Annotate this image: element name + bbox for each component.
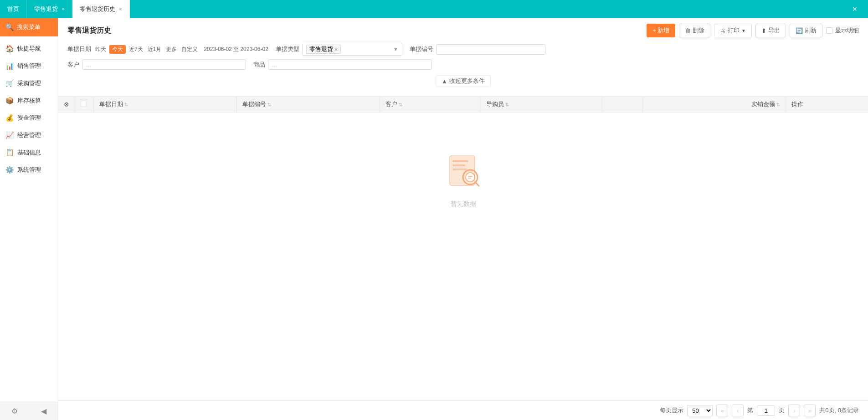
date-range-display: 2023-06-02 至 2023-06-02 bbox=[204, 46, 268, 53]
page-number-input[interactable]: 1 bbox=[757, 405, 775, 416]
top-bar: 首页 零售退货 × 零售退货历史 × × bbox=[0, 0, 868, 18]
print-dropdown-icon: ▼ bbox=[741, 28, 746, 33]
th-action: 操作 bbox=[786, 97, 868, 113]
tab-retail-return-close[interactable]: × bbox=[62, 6, 65, 12]
close-window-button[interactable]: × bbox=[848, 5, 861, 14]
sidebar-item-sales-label: 销售管理 bbox=[17, 62, 41, 70]
th-amount[interactable]: 实销金额 ⇅ bbox=[643, 97, 786, 113]
empty-text: 暂无数据 bbox=[451, 200, 476, 208]
sort-salesperson-icon: ⇅ bbox=[505, 102, 509, 107]
page-next-button[interactable]: › bbox=[788, 405, 800, 416]
page-first-button[interactable]: « bbox=[716, 405, 728, 416]
goods-input[interactable]: ... bbox=[268, 59, 432, 70]
sidebar-item-purchase[interactable]: 🛒 采购管理 bbox=[0, 75, 58, 92]
inventory-icon: 📦 bbox=[5, 97, 14, 105]
sidebar-item-system[interactable]: ⚙️ 系统管理 bbox=[0, 161, 58, 179]
sidebar-item-operations[interactable]: 📈 经营管理 bbox=[0, 127, 58, 144]
system-icon: ⚙️ bbox=[5, 166, 14, 174]
sort-customer-icon: ⇅ bbox=[399, 102, 402, 107]
settings-icon: ⚙ bbox=[64, 101, 69, 108]
svg-rect-3 bbox=[452, 169, 467, 170]
th-salesperson[interactable]: 导购员 ⇅ bbox=[480, 97, 602, 113]
collapse-filter-button[interactable]: ▲ 收起更多条件 bbox=[436, 75, 491, 87]
date-shortcuts: 昨天 今天 近7天 近1月 更多 自定义 bbox=[94, 45, 199, 54]
date-shortcut-more[interactable]: 更多 bbox=[164, 45, 178, 54]
collapse-sidebar-button[interactable]: ◀ bbox=[41, 407, 46, 415]
doc-type-select[interactable]: 零售退货 × ▼ bbox=[302, 43, 402, 56]
sidebar-search[interactable]: 🔍 搜索菜单 bbox=[0, 18, 58, 36]
page-prev-button[interactable]: ‹ bbox=[732, 405, 744, 416]
filter-doc-type-item: 单据类型 零售退货 × ▼ bbox=[276, 43, 402, 56]
filter-doc-number-item: 单据编号 bbox=[410, 44, 545, 55]
sidebar-footer: ⚙ ◀ bbox=[0, 402, 58, 420]
sidebar-item-quick-nav[interactable]: 🏠 快捷导航 bbox=[0, 40, 58, 57]
tab-retail-return-history[interactable]: 零售退货历史 × bbox=[72, 0, 130, 18]
doc-type-label: 单据类型 bbox=[276, 45, 299, 53]
select-all-checkbox[interactable] bbox=[81, 101, 87, 107]
sidebar-search-label: 搜索菜单 bbox=[17, 23, 41, 31]
page-label: 第 bbox=[747, 406, 753, 415]
sidebar-item-basic-info[interactable]: 📋 基础信息 bbox=[0, 144, 58, 161]
sidebar-item-sales[interactable]: 📊 销售管理 bbox=[0, 57, 58, 75]
svg-line-6 bbox=[475, 182, 479, 186]
new-button[interactable]: + 新增 bbox=[647, 24, 675, 37]
display-detail-checkbox[interactable] bbox=[826, 27, 832, 34]
date-shortcut-1month[interactable]: 近1月 bbox=[146, 45, 163, 54]
display-detail-button[interactable]: 显示明细 bbox=[826, 26, 859, 35]
svg-rect-8 bbox=[468, 178, 471, 179]
page-total: 共0页, 0条记录 bbox=[819, 406, 859, 415]
svg-rect-7 bbox=[468, 176, 473, 177]
th-doc-date[interactable]: 单据日期 ⇅ bbox=[94, 97, 237, 113]
doc-type-tag: 零售退货 × bbox=[306, 45, 341, 54]
page-header-top: 零售退货历史 + 新增 🗑 删除 🖨 打印 ▼ ⬆ 导出 bbox=[67, 24, 859, 37]
content-area: 零售退货历史 + 新增 🗑 删除 🖨 打印 ▼ ⬆ 导出 bbox=[58, 18, 868, 420]
goods-label: 商品 bbox=[253, 61, 265, 69]
sidebar-item-inventory[interactable]: 📦 库存核算 bbox=[0, 92, 58, 109]
filter-area: 单据日期 昨天 今天 近7天 近1月 更多 自定义 2023-06-02 至 2… bbox=[67, 43, 859, 96]
page-unit: 页 bbox=[779, 406, 785, 415]
th-doc-number[interactable]: 单据编号 ⇅ bbox=[236, 97, 380, 113]
doc-number-input[interactable] bbox=[436, 44, 545, 55]
sidebar-menu: 🏠 快捷导航 📊 销售管理 🛒 采购管理 📦 库存核算 💰 资金管理 📈 bbox=[0, 36, 58, 402]
svg-point-5 bbox=[466, 173, 475, 182]
print-icon: 🖨 bbox=[720, 27, 726, 34]
print-button[interactable]: 🖨 打印 ▼ bbox=[714, 24, 752, 37]
page-size-select[interactable]: 50 10 20 100 bbox=[687, 405, 713, 416]
doc-number-label: 单据编号 bbox=[410, 45, 433, 53]
th-spacer bbox=[602, 97, 643, 113]
pagination-bar: 每页显示 50 10 20 100 « ‹ 第 1 页 › » 共0页, 0条记… bbox=[58, 400, 868, 420]
th-checkbox[interactable] bbox=[75, 97, 94, 113]
th-settings[interactable]: ⚙ bbox=[58, 97, 75, 113]
sidebar-item-finance[interactable]: 💰 资金管理 bbox=[0, 109, 58, 127]
date-shortcut-today[interactable]: 今天 bbox=[109, 45, 126, 54]
sort-doc-date-icon: ⇅ bbox=[124, 102, 128, 107]
customer-placeholder: ... bbox=[86, 61, 91, 68]
date-shortcut-7days[interactable]: 近7天 bbox=[128, 45, 144, 54]
th-customer[interactable]: 客户 ⇅ bbox=[380, 97, 480, 113]
settings-footer-button[interactable]: ⚙ bbox=[11, 407, 18, 415]
toolbar: + 新增 🗑 删除 🖨 打印 ▼ ⬆ 导出 🔄 bbox=[647, 24, 859, 37]
date-shortcut-yesterday[interactable]: 昨天 bbox=[94, 45, 108, 54]
tab-retail-return[interactable]: 零售退货 × bbox=[27, 0, 72, 18]
svg-rect-2 bbox=[452, 164, 465, 166]
delete-button[interactable]: 🗑 删除 bbox=[679, 24, 710, 37]
customer-input[interactable]: ... bbox=[82, 59, 246, 70]
doc-type-tag-remove[interactable]: × bbox=[334, 46, 338, 53]
sidebar-item-quick-nav-label: 快捷导航 bbox=[17, 45, 41, 53]
delete-icon: 🗑 bbox=[685, 27, 691, 34]
sidebar-item-inventory-label: 库存核算 bbox=[17, 97, 41, 105]
tab-home[interactable]: 首页 bbox=[0, 0, 27, 18]
export-button[interactable]: ⬆ 导出 bbox=[755, 24, 786, 37]
date-shortcut-custom[interactable]: 自定义 bbox=[180, 45, 199, 54]
doc-type-dropdown-icon: ▼ bbox=[393, 46, 398, 52]
svg-rect-1 bbox=[452, 160, 468, 162]
page-last-button[interactable]: » bbox=[804, 405, 816, 416]
filter-wrapper: 零售退货历史 + 新增 🗑 删除 🖨 打印 ▼ ⬆ 导出 bbox=[58, 18, 868, 97]
finance-icon: 💰 bbox=[5, 114, 14, 122]
tab-retail-return-history-label: 零售退货历史 bbox=[80, 5, 115, 13]
refresh-icon: 🔄 bbox=[796, 27, 803, 34]
sidebar-item-purchase-label: 采购管理 bbox=[17, 79, 41, 87]
tab-retail-return-history-close[interactable]: × bbox=[119, 6, 122, 12]
basic-info-icon: 📋 bbox=[5, 149, 14, 157]
refresh-button[interactable]: 🔄 刷新 bbox=[790, 24, 822, 37]
